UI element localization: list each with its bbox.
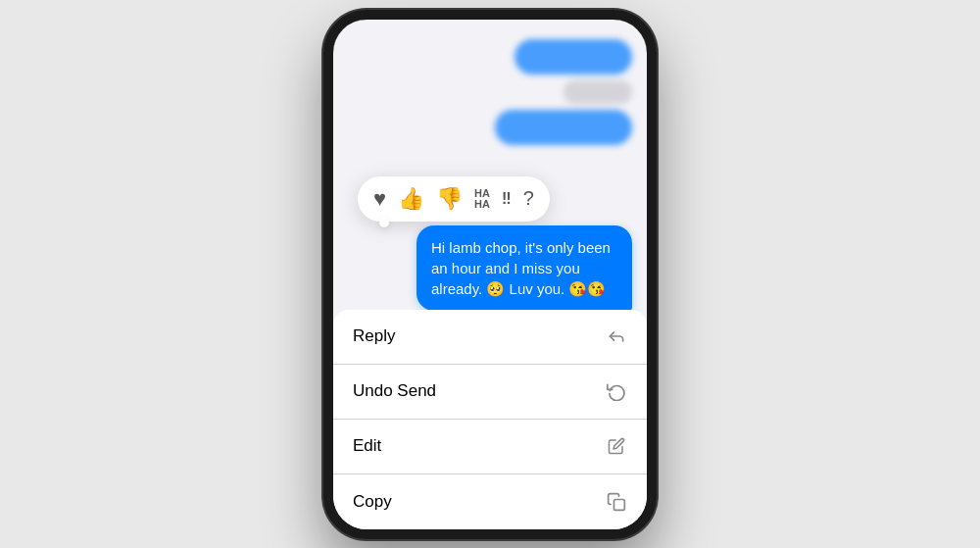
undo-send-label: Undo Send <box>353 381 436 401</box>
question-reaction-icon[interactable]: ? <box>523 187 534 210</box>
undo-send-menu-item[interactable]: Undo Send <box>333 365 647 420</box>
copy-label: Copy <box>353 492 392 512</box>
reply-icon <box>606 325 627 347</box>
phone-frame: ♥ 👍 👎 HAHA ‼ ? Hi lamb chop, it's only b… <box>323 10 657 539</box>
screen: ♥ 👍 👎 HAHA ‼ ? Hi lamb chop, it's only b… <box>333 20 647 529</box>
haha-reaction-icon[interactable]: HAHA <box>474 188 490 210</box>
context-menu: Reply Undo Send Edit <box>333 310 647 529</box>
reply-label: Reply <box>353 326 395 346</box>
thumbs-down-reaction-icon[interactable]: 👎 <box>436 186 463 212</box>
undo-icon <box>606 380 627 402</box>
reply-menu-item[interactable]: Reply <box>333 310 647 365</box>
edit-icon <box>606 435 627 457</box>
copy-icon <box>606 491 627 513</box>
message-text: Hi lamb chop, it's only been an hour and… <box>431 239 611 297</box>
svg-rect-0 <box>614 499 625 510</box>
reaction-picker: ♥ 👍 👎 HAHA ‼ ? <box>358 176 550 222</box>
exclaim-reaction-icon[interactable]: ‼ <box>502 190 512 208</box>
copy-menu-item[interactable]: Copy <box>333 474 647 529</box>
heart-reaction-icon[interactable]: ♥ <box>373 186 386 212</box>
edit-menu-item[interactable]: Edit <box>333 420 647 474</box>
message-section: ♥ 👍 👎 HAHA ‼ ? Hi lamb chop, it's only b… <box>333 176 647 311</box>
thumbs-up-reaction-icon[interactable]: 👍 <box>398 186 424 212</box>
imessage-bubble: Hi lamb chop, it's only been an hour and… <box>416 225 632 311</box>
edit-label: Edit <box>353 436 381 456</box>
